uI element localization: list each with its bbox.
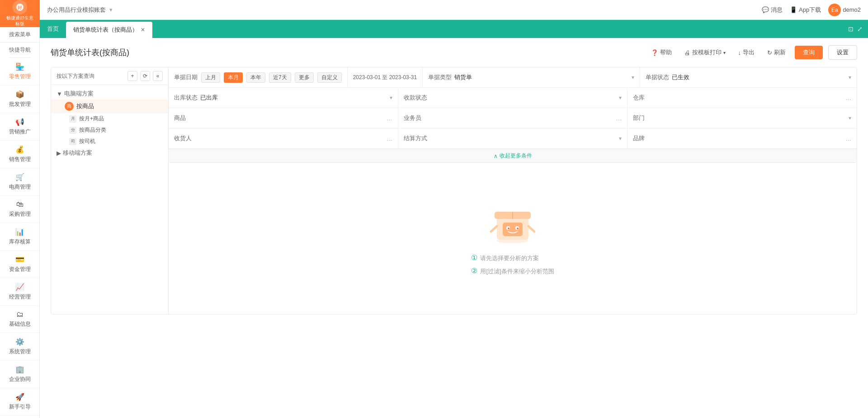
sidebar-item-marketing-label: 营销推广 (9, 128, 31, 136)
sidebar-item-system[interactable]: ⚙️ 系统管理 (0, 333, 39, 361)
refresh-label: 刷新 (774, 48, 786, 57)
receiver-label: 收货人 (174, 134, 197, 142)
date-btn-last-month[interactable]: 上月 (201, 72, 220, 83)
tab-restore-icon[interactable]: ⊡ (848, 25, 854, 33)
print-btn[interactable]: 🖨 按模板打印 ▾ (681, 47, 729, 58)
user-menu[interactable]: Ea demo2 (828, 4, 861, 16)
tab-sales-stat[interactable]: 销货单统计表（按商品） ✕ (66, 22, 152, 38)
sidebar-item-retail-label: 零售管理 (9, 73, 31, 81)
sidebar-item-guide-label: 新手引导 (9, 403, 31, 411)
sidebar-item-base[interactable]: 🗂 基础信息 (0, 306, 39, 333)
tree-item-icon-goods: 商 (65, 102, 74, 111)
sidebar-item-guide[interactable]: 🚀 新手引导 (0, 388, 39, 416)
sidebar-item-retail[interactable]: 🏪 零售管理 (0, 58, 39, 86)
sidebar-item-enterprise[interactable]: 🏢 企业协同 (0, 361, 39, 388)
staff-select[interactable]: … (430, 115, 622, 122)
date-btn-more[interactable]: 更多 (295, 72, 314, 83)
sidebar-item-appcenter[interactable]: 📱 应用中心 (0, 416, 39, 418)
export-icon: ↓ (738, 49, 741, 56)
sidebar-item-sales[interactable]: 💰 销售管理 (0, 141, 39, 168)
receiver-select[interactable]: … (200, 135, 392, 142)
tab-expand-icon[interactable]: ⤢ (857, 25, 863, 33)
out-status-select[interactable]: 已出库 ▾ (200, 94, 392, 102)
sidebar-item-ecom[interactable]: 🛒 电商管理 (0, 168, 39, 196)
sidebar-item-finance[interactable]: 💳 资金管理 (0, 251, 39, 278)
sidebar-item-ecom-label: 电商管理 (9, 183, 31, 191)
sidebar-item-marketing[interactable]: 📢 营销推广 (0, 113, 39, 141)
left-panel-title: 按以下方案查询 (57, 72, 94, 80)
query-button[interactable]: 查询 (795, 46, 823, 59)
refresh-btn[interactable]: ↻ 刷新 (764, 47, 789, 58)
sidebar-item-inventory[interactable]: 📊 库存核算 (0, 223, 39, 251)
doc-status-select[interactable]: 已生效 ▾ (672, 73, 851, 81)
refresh-scheme-btn[interactable]: ⟳ (140, 71, 150, 81)
sidebar-item-enterprise-label: 企业协同 (9, 375, 31, 383)
hint-text-2: 用[过滤]条件来缩小分析范围 (480, 266, 554, 276)
left-panel: 按以下方案查询 + ⟳ « ▼ 电脑端方案 (51, 67, 169, 314)
out-status-chevron: ▾ (390, 95, 392, 101)
filter-row-1: 单据日期 上月 本月 本年 近7天 更多 自定义 (169, 67, 857, 88)
sidebar-item-purchase[interactable]: 🛍 采购管理 (0, 196, 39, 223)
tree-sub-goods-cat-label: 按商品分类 (79, 126, 106, 134)
date-btn-custom[interactable]: 自定义 (317, 72, 342, 83)
left-panel-icons: + ⟳ « (127, 71, 163, 81)
sidebar-quick-nav[interactable]: 快捷导航 (9, 43, 31, 58)
tree-sub-item-goods-cat[interactable]: 分 按商品分类 (51, 124, 168, 136)
dropdown-icon[interactable]: ▾ (109, 6, 113, 13)
print-dropdown-icon: ▾ (723, 50, 726, 55)
warehouse-dots: … (845, 95, 851, 101)
page-actions: ❓ 帮助 🖨 按模板打印 ▾ ↓ 导出 ↻ 刷新 (647, 45, 858, 60)
help-btn[interactable]: ❓ 帮助 (647, 47, 675, 58)
payment-select[interactable]: ▾ (430, 135, 622, 142)
tab-close-icon[interactable]: ✕ (141, 27, 145, 33)
add-scheme-btn[interactable]: + (127, 71, 137, 81)
date-btn-7days[interactable]: 近7天 (269, 72, 291, 83)
doc-status-label: 单据状态 (646, 73, 668, 81)
filter-cell-receipt-status: 收款状态 ▾ (398, 88, 628, 108)
receipt-status-label: 收款状态 (404, 94, 426, 102)
search-label[interactable]: 搜索菜单 (9, 31, 31, 38)
warehouse-select[interactable]: … (659, 95, 851, 101)
collapse-bar[interactable]: ∧ 收起更多条件 (169, 149, 857, 162)
export-btn[interactable]: ↓ 导出 (735, 47, 759, 58)
tree-sub-driver-label: 按司机 (79, 138, 95, 145)
tree-category-mobile[interactable]: ▶ 移动端方案 (51, 147, 168, 159)
sidebar-item-wholesale[interactable]: 📦 批发管理 (0, 86, 39, 113)
tree-item-goods-label: 按商品 (76, 102, 94, 110)
main: 办公用品行业模拟账套 ▾ 💬 消息 📱 App下载 Ea demo2 首页 销货… (40, 0, 868, 418)
brand-filter-label: 品牌 (633, 134, 656, 142)
brand-subtitle: 标版 (15, 21, 24, 27)
dept-chevron: ▾ (849, 115, 851, 121)
goods-select[interactable]: … (200, 115, 392, 122)
date-btn-current-month[interactable]: 本月 (224, 72, 243, 83)
payment-chevron: ▾ (619, 135, 622, 142)
sales-icon: 💰 (15, 145, 24, 154)
hint-num-1: ① (471, 252, 477, 265)
tree-category-pc[interactable]: ▼ 电脑端方案 (51, 88, 168, 100)
settings-button[interactable]: 设置 (828, 45, 857, 60)
guide-icon: 🚀 (15, 393, 24, 401)
sidebar-search[interactable]: 搜索菜单 (0, 27, 39, 43)
dept-select[interactable]: ▾ (659, 115, 851, 121)
doc-type-select[interactable]: 销货单 ▾ (454, 73, 634, 81)
tree-sub-item-driver[interactable]: 司 按司机 (51, 136, 168, 147)
sidebar-item-operation[interactable]: 📈 经营管理 (0, 278, 39, 306)
tab-home[interactable]: 首页 (40, 20, 66, 38)
base-icon: 🗂 (16, 310, 24, 318)
svg-point-10 (517, 228, 519, 229)
receipt-status-select[interactable]: ▾ (430, 95, 622, 101)
operation-icon: 📈 (15, 283, 24, 291)
date-btn-year[interactable]: 本年 (246, 72, 265, 83)
tree-item-by-goods[interactable]: 商 按商品 (51, 100, 168, 113)
inventory-icon: 📊 (15, 228, 24, 236)
hint-text-1: 请先选择要分析的方案 (480, 253, 539, 263)
collapse-panel-btn[interactable]: « (153, 71, 163, 81)
filter-cell-receiver: 收货人 … (169, 128, 398, 148)
app-download-btn[interactable]: 📱 App下载 (790, 6, 821, 14)
filter-cell-dept: 部门 ▾ (627, 108, 857, 128)
message-btn[interactable]: 💬 消息 (762, 6, 783, 14)
brand-select[interactable]: … (659, 135, 851, 142)
filter-row-4: 收货人 … 结算方式 ▾ (169, 128, 857, 149)
filter-cell-doc-type: 单据类型 销货单 ▾ (423, 67, 640, 87)
tree-sub-item-month-goods[interactable]: 月 按月+商品 (51, 113, 168, 124)
